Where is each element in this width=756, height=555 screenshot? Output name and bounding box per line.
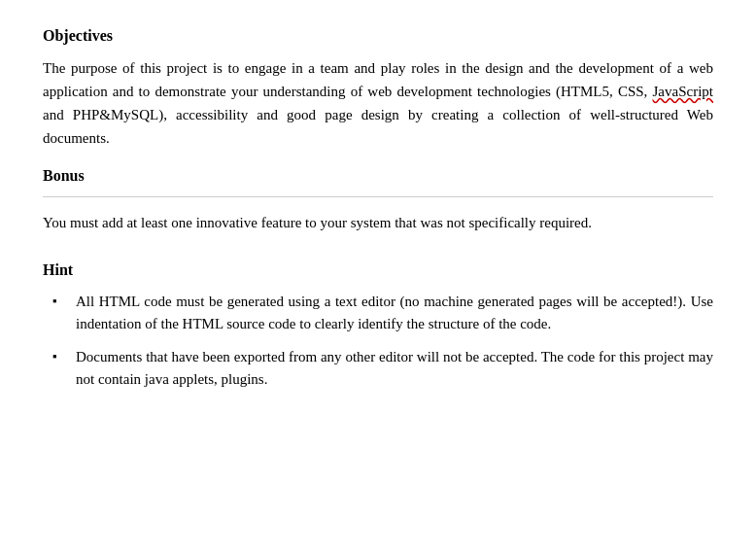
hint-item-2-text: Documents that have been exported from a… bbox=[76, 346, 713, 392]
list-item: ▪ All HTML code must be generated using … bbox=[52, 291, 713, 336]
list-item: ▪ Documents that have been exported from… bbox=[52, 346, 713, 392]
objectives-title: Objectives bbox=[43, 27, 713, 45]
hint-section: Hint ▪ All HTML code must be generated u… bbox=[43, 261, 713, 391]
bonus-title: Bonus bbox=[43, 167, 713, 185]
hint-list: ▪ All HTML code must be generated using … bbox=[43, 291, 713, 391]
bonus-divider bbox=[43, 196, 713, 197]
bullet-icon: ▪ bbox=[52, 347, 70, 366]
objectives-section: Objectives The purpose of this project i… bbox=[43, 27, 713, 150]
bonus-paragraph: You must add at least one innovative fea… bbox=[43, 211, 713, 234]
hint-title: Hint bbox=[43, 261, 713, 279]
objectives-paragraph: The purpose of this project is to engage… bbox=[43, 56, 713, 150]
bullet-icon: ▪ bbox=[52, 292, 70, 311]
hint-item-1-text: All HTML code must be generated using a … bbox=[76, 291, 713, 336]
bonus-section: Bonus You must add at least one innovati… bbox=[43, 167, 713, 234]
javascript-text: JavaScript bbox=[653, 84, 713, 99]
